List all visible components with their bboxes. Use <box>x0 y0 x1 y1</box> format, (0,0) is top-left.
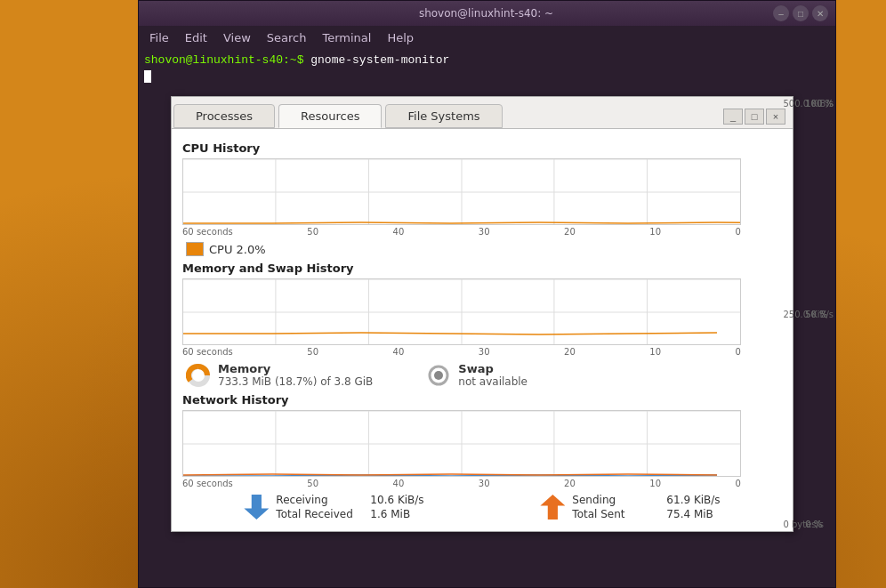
memory-legend: Memory 733.3 MiB (18.7%) of 3.8 GiB Swap… <box>182 362 782 388</box>
total-sent-value: 75.4 MiB <box>666 508 713 520</box>
memory-x-50: 50 <box>307 347 318 357</box>
sysmon-body: CPU History <box>172 128 793 531</box>
network-x-0: 0 <box>736 479 741 488</box>
total-sent-row: Total Sent 75.4 MiB <box>572 508 720 520</box>
memory-x-30: 30 <box>479 347 490 357</box>
cpu-chart-area <box>182 158 741 225</box>
network-x-10: 10 <box>649 479 661 488</box>
memory-x-60: 60 seconds <box>182 347 233 357</box>
sysmon-window: Processes Resources File Systems _ □ × C… <box>171 96 793 532</box>
receiving-text: Receiving 10.6 KiB/s Total Received 1.6 … <box>276 494 423 520</box>
total-received-label: Total Received <box>276 508 356 520</box>
terminal-titlebar: shovon@linuxhint-s40: ~ – □ ✕ <box>139 1 835 26</box>
sysmon-maximize-btn[interactable]: □ <box>745 109 764 125</box>
terminal-maximize-btn[interactable]: □ <box>793 5 809 21</box>
cpu-x-40: 40 <box>393 227 405 237</box>
cpu-x-50: 50 <box>307 227 318 237</box>
sending-label: Sending <box>572 494 652 506</box>
swap-label: Swap <box>458 362 528 375</box>
cpu-chart-wrapper: 100 % 50 % 0 % <box>182 158 782 225</box>
cpu-x-10: 10 <box>649 227 661 237</box>
tab-filesystems[interactable]: File Systems <box>385 104 502 128</box>
sending-row: Sending 61.9 KiB/s <box>572 494 720 506</box>
total-received-row: Total Received 1.6 MiB <box>276 508 423 520</box>
terminal-controls: – □ ✕ <box>773 5 828 21</box>
cpu-legend-color <box>186 242 204 256</box>
menu-edit[interactable]: Edit <box>178 29 214 46</box>
memory-label: Memory <box>218 362 373 375</box>
total-received-value: 1.6 MiB <box>370 508 410 520</box>
network-x-40: 40 <box>393 479 405 488</box>
memory-chart-svg <box>183 279 740 345</box>
terminal-title: shovon@linuxhint-s40: ~ <box>199 7 773 20</box>
network-x-labels: 60 seconds 50 40 30 20 10 0 <box>182 479 782 488</box>
memory-x-10: 10 <box>649 347 661 357</box>
menu-file[interactable]: File <box>142 29 176 46</box>
total-sent-label: Total Sent <box>572 508 652 520</box>
swap-legend-item: Swap not available <box>426 362 528 388</box>
network-x-50: 50 <box>307 479 318 488</box>
network-y-250: 250.0 KiB/s <box>783 310 834 319</box>
cpu-x-0: 0 <box>736 227 741 237</box>
network-x-60: 60 seconds <box>182 479 233 488</box>
memory-legend-text: Memory 733.3 MiB (18.7%) of 3.8 GiB <box>218 362 373 388</box>
memory-chart-area <box>182 278 741 345</box>
network-chart-wrapper: 500.0 KiB/s 250.0 KiB/s 0 bytes/s <box>182 410 782 477</box>
sysmon-tabs: Processes Resources File Systems _ □ × <box>172 97 793 128</box>
terminal-minimize-btn[interactable]: – <box>773 5 789 21</box>
terminal-content: shovon@linuxhint-s40:~$ gnome-system-mon… <box>139 49 835 88</box>
cpu-chart-svg <box>183 159 740 225</box>
menu-terminal[interactable]: Terminal <box>315 29 378 46</box>
tab-resources[interactable]: Resources <box>278 104 382 128</box>
memory-x-0: 0 <box>736 347 741 357</box>
cpu-legend-label: CPU 2.0% <box>209 243 266 256</box>
tab-processes[interactable]: Processes <box>173 104 275 128</box>
cpu-legend-item: CPU 2.0% <box>186 242 266 256</box>
cpu-x-labels: 60 seconds 50 40 30 20 10 0 <box>182 227 782 237</box>
menu-help[interactable]: Help <box>380 29 421 46</box>
network-chart-svg <box>183 411 740 477</box>
memory-x-labels: 60 seconds 50 40 30 20 10 0 <box>182 347 782 357</box>
terminal-close-btn[interactable]: ✕ <box>812 5 828 21</box>
network-y-0: 0 bytes/s <box>783 520 834 529</box>
cpu-section-title: CPU History <box>182 141 782 155</box>
memory-x-40: 40 <box>393 347 405 357</box>
cpu-x-60: 60 seconds <box>182 227 233 237</box>
network-chart-area <box>182 410 741 477</box>
receiving-row: Receiving 10.6 KiB/s <box>276 494 423 506</box>
cpu-legend: CPU 2.0% <box>182 242 782 256</box>
sending-legend: Sending 61.9 KiB/s Total Sent 75.4 MiB <box>540 494 720 520</box>
network-y-500: 500.0 KiB/s <box>783 99 834 109</box>
sending-arrow-icon <box>540 495 565 520</box>
terminal-prompt: shovon@linuxhint-s40:~$ <box>144 53 303 67</box>
sysmon-window-btns: _ □ × <box>723 109 785 125</box>
swap-value: not available <box>458 375 528 388</box>
network-y-labels: 500.0 KiB/s 250.0 KiB/s 0 bytes/s <box>783 97 834 531</box>
sysmon-minimize-btn[interactable]: _ <box>723 109 743 125</box>
memory-chart-wrapper: 100 % 50 % 0 % <box>182 278 782 345</box>
receiving-label: Receiving <box>276 494 356 506</box>
receiving-arrow-icon <box>244 495 269 520</box>
network-section-title: Network History <box>182 393 782 407</box>
swap-donut-icon <box>426 363 451 388</box>
sending-value: 61.9 KiB/s <box>666 494 720 506</box>
cpu-x-30: 30 <box>479 227 490 237</box>
cpu-x-20: 20 <box>564 227 576 237</box>
memory-section-title: Memory and Swap History <box>182 262 782 275</box>
memory-donut-icon <box>186 363 211 388</box>
terminal-menu: File Edit View Search Terminal Help <box>139 26 835 49</box>
sending-text: Sending 61.9 KiB/s Total Sent 75.4 MiB <box>572 494 720 520</box>
terminal-cursor <box>144 70 151 83</box>
menu-search[interactable]: Search <box>260 29 314 46</box>
network-x-20: 20 <box>564 479 576 488</box>
receiving-value: 10.6 KiB/s <box>370 494 423 506</box>
network-legend: Receiving 10.6 KiB/s Total Received 1.6 … <box>182 494 782 520</box>
network-x-30: 30 <box>479 479 490 488</box>
memory-legend-item: Memory 733.3 MiB (18.7%) of 3.8 GiB <box>186 362 373 388</box>
memory-value: 733.3 MiB (18.7%) of 3.8 GiB <box>218 375 373 388</box>
terminal-command: gnome-system-monitor <box>303 53 449 67</box>
receiving-legend: Receiving 10.6 KiB/s Total Received 1.6 … <box>244 494 423 520</box>
memory-x-20: 20 <box>564 347 576 357</box>
svg-point-18 <box>434 371 443 380</box>
menu-view[interactable]: View <box>216 29 258 46</box>
